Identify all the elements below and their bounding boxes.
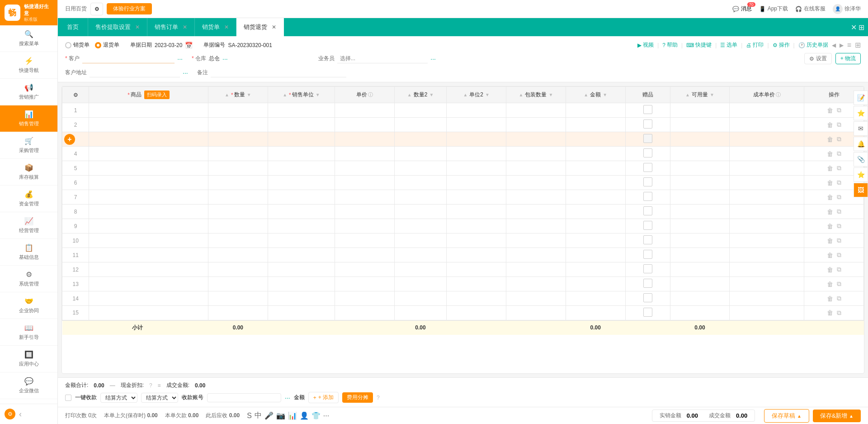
radio-sale[interactable]: 销货单 [65, 41, 90, 49]
sort-avail-up-icon[interactable]: ▲ [685, 92, 690, 97]
sort-unit-down-icon[interactable]: ▼ [316, 92, 320, 97]
sort-unit-up-icon[interactable]: ▲ [283, 92, 287, 97]
qty2-cell[interactable] [394, 118, 446, 132]
price-cell[interactable] [335, 190, 395, 205]
gift-checkbox[interactable] [643, 148, 652, 157]
price-cell[interactable] [335, 277, 395, 291]
table-settings-icon[interactable]: ⚙ [73, 92, 78, 98]
pack-qty-cell[interactable] [506, 233, 566, 248]
gift-cell[interactable] [625, 248, 670, 262]
qty2-cell[interactable] [394, 132, 446, 147]
sale-unit-cell[interactable] [268, 161, 335, 176]
delete-row-icon[interactable]: 🗑 [827, 266, 833, 273]
sidebar-item-member[interactable]: 👑 畅会员 [0, 399, 57, 404]
avail-cell[interactable] [670, 248, 730, 262]
qty2-cell[interactable] [394, 219, 446, 233]
remark-input[interactable] [211, 68, 346, 77]
tab-price-close-icon[interactable]: ✕ [135, 24, 140, 30]
pack-qty-cell[interactable] [506, 118, 566, 132]
qty2-cell[interactable] [394, 190, 446, 205]
unit2-cell[interactable] [447, 132, 506, 147]
copy-row-icon[interactable]: ⧉ [837, 266, 841, 273]
avail-cell[interactable] [670, 161, 730, 176]
copy-row-icon[interactable]: ⧉ [837, 251, 841, 259]
avail-cell[interactable] [670, 132, 730, 147]
gift-cell[interactable] [625, 262, 670, 277]
pack-qty-cell[interactable] [506, 147, 566, 161]
cash-discount-help-icon[interactable]: ? [149, 382, 152, 389]
gift-checkbox[interactable] [643, 163, 652, 172]
qty-cell[interactable] [208, 291, 268, 306]
amount-cell[interactable] [566, 277, 625, 291]
product-input[interactable] [91, 136, 206, 143]
th-settings[interactable]: ⚙ [62, 87, 89, 103]
float-item-3[interactable]: ✉ [854, 121, 868, 136]
sale-unit-cell[interactable] [268, 248, 335, 262]
unit2-cell[interactable] [447, 190, 506, 205]
gift-checkbox[interactable] [643, 279, 652, 288]
qty2-cell[interactable] [394, 248, 446, 262]
sort-amount-up-icon[interactable]: ▲ [584, 92, 588, 97]
tab-sales-order[interactable]: 销售订单 ✕ [147, 18, 195, 36]
online-service-button[interactable]: 🎧 在线客服 [795, 5, 826, 13]
calendar-icon[interactable]: 📅 [185, 42, 193, 49]
calc-method-select[interactable]: 结算方式 [100, 393, 137, 403]
cost-cell[interactable] [730, 277, 804, 291]
amount-cell[interactable] [566, 262, 625, 277]
fee-help-icon[interactable]: ? [377, 395, 380, 401]
gift-checkbox[interactable] [643, 250, 652, 259]
sidebar-item-shortcut[interactable]: ⚡ 快捷导航 [0, 52, 57, 79]
delete-row-icon[interactable]: 🗑 [827, 309, 833, 316]
one-click-pay-checkbox[interactable] [65, 395, 71, 401]
delete-row-icon[interactable]: 🗑 [827, 150, 833, 157]
amount-cell[interactable] [566, 103, 625, 118]
setting-button[interactable]: ⚙ 设置 [804, 53, 832, 64]
copy-row-icon[interactable]: ⧉ [837, 121, 841, 129]
history-link[interactable]: 🕐 历史单据 [798, 41, 828, 49]
add-row-button[interactable]: + [64, 134, 75, 145]
price-info-icon[interactable]: ⓘ [368, 91, 373, 98]
amount-cell[interactable] [566, 147, 625, 161]
qty-cell[interactable] [208, 161, 268, 176]
product-cell[interactable] [89, 277, 208, 291]
gift-cell[interactable] [625, 233, 670, 248]
copy-row-icon[interactable]: ⧉ [837, 135, 841, 143]
product-cell[interactable] [89, 161, 208, 176]
view-grid-icon[interactable]: ⊞ [855, 41, 861, 49]
nav-prev-icon[interactable]: ◀ [832, 42, 836, 48]
tool-s-icon[interactable]: S [247, 412, 252, 420]
sidebar-item-operations[interactable]: 📈 经营管理 [0, 212, 57, 239]
avail-cell[interactable] [670, 306, 730, 320]
sort-qty2-down-icon[interactable]: ▼ [429, 92, 434, 97]
warehouse-lookup-icon[interactable]: ··· [222, 55, 228, 62]
cost-cell[interactable] [730, 176, 804, 190]
qty-cell[interactable] [208, 233, 268, 248]
qty2-cell[interactable] [394, 205, 446, 219]
tool-chart-icon[interactable]: 📊 [288, 411, 297, 420]
price-cell[interactable] [335, 176, 395, 190]
account-lookup-icon[interactable]: ··· [285, 394, 290, 401]
avail-cell[interactable] [670, 205, 730, 219]
unit2-cell[interactable] [447, 248, 506, 262]
tool-camera-icon[interactable]: 📷 [276, 411, 285, 420]
pack-qty-cell[interactable] [506, 262, 566, 277]
salesperson-input[interactable] [337, 54, 428, 63]
qty-cell[interactable] [208, 306, 268, 320]
sale-unit-cell[interactable] [268, 233, 335, 248]
gift-cell[interactable] [625, 147, 670, 161]
collapse-icon[interactable]: ‹ [19, 410, 22, 419]
tab-delivery-close-icon[interactable]: ✕ [224, 24, 229, 30]
sidebar-item-purchase[interactable]: 🛒 采购管理 [0, 132, 57, 159]
delete-row-icon[interactable]: 🗑 [827, 165, 833, 172]
qty-cell[interactable] [208, 219, 268, 233]
copy-row-icon[interactable]: ⧉ [837, 193, 841, 201]
shortcut-link[interactable]: ⌨ 快捷键 [686, 41, 712, 49]
pack-qty-cell[interactable] [506, 205, 566, 219]
float-item-6[interactable]: ⭐ [854, 167, 868, 182]
sidebar-item-basic[interactable]: 📋 基础信息 [0, 239, 57, 266]
sale-unit-cell[interactable] [268, 277, 335, 291]
sidebar-item-system[interactable]: ⚙ 系统管理 [0, 266, 57, 292]
cost-cell[interactable] [730, 233, 804, 248]
pack-qty-cell[interactable] [506, 306, 566, 320]
copy-row-icon[interactable]: ⧉ [837, 222, 841, 230]
